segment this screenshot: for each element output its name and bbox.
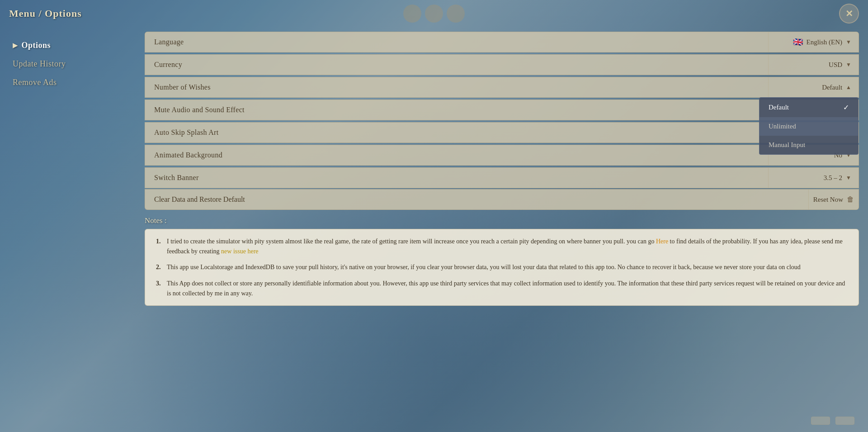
setting-row-auto-skip: Auto Skip Splash Art: [145, 122, 859, 143]
note-1-text-before: I tried to create the simulator with pit…: [167, 238, 656, 245]
sidebar-item-options[interactable]: ▶ Options: [9, 36, 136, 55]
checkmark-default: ✓: [843, 103, 849, 112]
page-title: Menu / Options: [9, 8, 82, 19]
setting-label-number-of-wishes: Number of Wishes: [145, 83, 768, 91]
header-bar: Menu / Options ✕: [0, 0, 868, 27]
setting-row-currency: Currency USD ▼: [145, 54, 859, 75]
sidebar-item-remove-ads[interactable]: Remove Ads: [9, 73, 136, 92]
flag-icon-language: 🇬🇧: [793, 37, 803, 47]
setting-row-mute-audio: Mute Audio and Sound Effect: [145, 100, 859, 120]
dropdown-option-unlimited: Unlimited: [769, 123, 796, 130]
reset-now-text: Reset Now: [813, 196, 843, 204]
header-icon-3: [447, 5, 465, 23]
content-area: Language 🇬🇧 English (EN) ▼ Currency USD …: [145, 32, 859, 405]
note-item-3: This App does not collect or store any p…: [156, 279, 848, 298]
setting-label-clear-data: Clear Data and Restore Default: [145, 195, 808, 204]
header-icon-2: [425, 5, 443, 23]
switch-banner-dropdown-arrow: ▼: [846, 175, 851, 181]
trash-icon[interactable]: 🗑: [847, 195, 854, 204]
notes-section: Notes : I tried to create the simulator …: [145, 216, 859, 306]
sidebar-label-remove-ads: Remove Ads: [13, 78, 57, 87]
setting-label-currency: Currency: [145, 61, 768, 69]
note-3-text: This App does not collect or store any p…: [167, 280, 845, 297]
dropdown-option-default: Default: [769, 104, 789, 111]
sidebar-item-update-history[interactable]: Update History: [9, 55, 136, 73]
setting-label-auto-skip: Auto Skip Splash Art: [145, 128, 768, 137]
switch-banner-value-text: 3.5 – 2: [824, 174, 842, 182]
setting-value-number-of-wishes[interactable]: Default ▲: [768, 77, 859, 97]
currency-dropdown-arrow: ▼: [846, 62, 851, 68]
sidebar-label-update-history: Update History: [13, 59, 66, 69]
setting-value-currency[interactable]: USD ▼: [768, 55, 859, 75]
sidebar-arrow-options: ▶: [13, 42, 18, 49]
language-value-text: English (EN): [807, 38, 843, 46]
note-1-link-new-issue[interactable]: new issue here: [221, 248, 258, 255]
setting-label-animated-bg: Animated Background: [145, 151, 768, 159]
note-2-text: This app use Localstorage and IndexedDB …: [167, 264, 801, 271]
note-item-2: This app use Localstorage and IndexedDB …: [156, 262, 848, 272]
dropdown-item-manual-input[interactable]: Manual Input: [760, 136, 858, 154]
setting-row-language: Language 🇬🇧 English (EN) ▼: [145, 32, 859, 52]
currency-value-text: USD: [829, 61, 842, 69]
close-button[interactable]: ✕: [839, 4, 859, 24]
dropdown-item-unlimited[interactable]: Unlimited: [760, 117, 858, 136]
dropdown-option-manual-input: Manual Input: [769, 141, 805, 149]
notes-box: I tried to create the simulator with pit…: [145, 229, 859, 306]
setting-value-clear-data[interactable]: Reset Now 🗑: [808, 190, 859, 209]
setting-row-number-of-wishes: Number of Wishes Default ▲ Default ✓ Unl…: [145, 77, 859, 98]
setting-value-language[interactable]: 🇬🇧 English (EN) ▼: [768, 32, 859, 52]
number-of-wishes-dropdown: Default ✓ Unlimited Manual Input: [759, 97, 859, 155]
notes-list: I tried to create the simulator with pit…: [156, 237, 848, 298]
setting-row-switch-banner: Switch Banner 3.5 – 2 ▼: [145, 167, 859, 188]
settings-list: Language 🇬🇧 English (EN) ▼ Currency USD …: [145, 32, 859, 211]
bottom-btn-2[interactable]: [835, 417, 854, 425]
number-of-wishes-value-text: Default: [822, 84, 842, 91]
setting-label-mute-audio: Mute Audio and Sound Effect: [145, 106, 768, 114]
setting-label-language: Language: [145, 38, 768, 46]
dropdown-item-default[interactable]: Default ✓: [760, 98, 858, 117]
note-item-1: I tried to create the simulator with pit…: [156, 237, 848, 256]
setting-row-clear-data: Clear Data and Restore Default Reset Now…: [145, 189, 859, 210]
sidebar: ▶ Options Update History Remove Ads: [9, 32, 136, 405]
header-icon-1: [403, 5, 421, 23]
notes-title: Notes :: [145, 216, 859, 225]
setting-row-animated-bg: Animated Background No ▼: [145, 145, 859, 166]
bottom-bar: [0, 409, 868, 432]
note-1-link-here[interactable]: Here: [656, 238, 668, 245]
header-center-icons: [403, 5, 465, 23]
language-dropdown-arrow: ▼: [846, 39, 851, 46]
main-layout: ▶ Options Update History Remove Ads Lang…: [0, 27, 868, 409]
setting-label-switch-banner: Switch Banner: [145, 174, 768, 182]
sidebar-label-options: Options: [22, 41, 51, 50]
number-of-wishes-dropdown-arrow: ▲: [846, 84, 851, 91]
bottom-btn-1[interactable]: [811, 417, 830, 425]
setting-value-switch-banner[interactable]: 3.5 – 2 ▼: [768, 168, 859, 188]
